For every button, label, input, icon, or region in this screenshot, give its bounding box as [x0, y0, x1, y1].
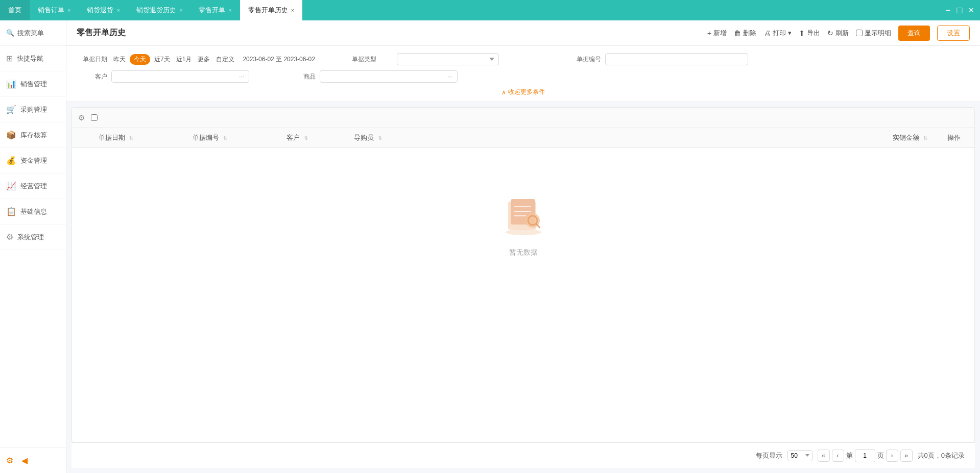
- th-checkbox: [72, 128, 92, 148]
- sidebar-bottom: ⚙ ◀: [0, 447, 66, 473]
- th-actions-label: 操作: [947, 134, 961, 141]
- page-label-pre: 第: [846, 451, 853, 460]
- tab-sales-order-label: 销售订单: [38, 6, 64, 15]
- page-input[interactable]: [855, 449, 875, 462]
- finance-icon: 💰: [6, 156, 16, 165]
- delete-icon: 🗑: [734, 29, 741, 37]
- tab-sales-return-close[interactable]: ×: [116, 7, 119, 13]
- quick-nav-icon: ⊞: [6, 54, 13, 63]
- query-button[interactable]: 查询: [898, 26, 930, 41]
- delete-label: 删除: [743, 29, 756, 38]
- refresh-icon: ↻: [827, 29, 833, 37]
- tab-home[interactable]: 首页: [0, 0, 30, 20]
- table-select-all-checkbox[interactable]: [91, 114, 98, 121]
- content-area: 零售开单历史 + 新增 🗑 删除 🖨 打印 ▾ ⬆ 导出: [66, 20, 980, 473]
- table-gear-icon[interactable]: ⚙: [78, 113, 85, 122]
- sidebar-item-system[interactable]: ⚙ 系统管理: [0, 225, 66, 250]
- th-amount-sort[interactable]: ⇅: [923, 135, 927, 141]
- th-salesperson-sort[interactable]: ⇅: [378, 135, 382, 141]
- date-btn-yesterday[interactable]: 昨天: [111, 54, 128, 65]
- tab-retail-history[interactable]: 零售开单历史 ×: [240, 0, 302, 20]
- export-icon: ⬆: [799, 29, 805, 37]
- pagination-bar: 每页显示 10 20 50 100 « ‹ 第 页 › » 共0页，0条记录: [71, 442, 975, 468]
- goods-label: 商品: [285, 72, 316, 81]
- export-button[interactable]: ⬆ 导出: [799, 29, 820, 38]
- sidebar-item-basic-info[interactable]: 📋 基础信息: [0, 199, 66, 225]
- add-button[interactable]: + 新增: [707, 29, 727, 38]
- sidebar-item-purchase-mgmt[interactable]: 🛒 采购管理: [0, 97, 66, 122]
- window-close-btn[interactable]: ×: [968, 5, 974, 16]
- display-detail-checkbox[interactable]: 显示明细: [856, 29, 891, 38]
- th-no[interactable]: 单据编号 ⇅: [186, 128, 280, 148]
- sidebar-item-basic-info-label: 基础信息: [20, 207, 47, 216]
- sidebar-nav: ⊞ 快捷导航 📊 销售管理 🛒 采购管理 📦 库存核算 💰 资金管理 📈: [0, 46, 66, 447]
- sidebar-item-quick-nav[interactable]: ⊞ 快捷导航: [0, 46, 66, 71]
- print-icon: 🖨: [763, 29, 771, 37]
- next-page-btn[interactable]: ›: [886, 450, 898, 462]
- th-amount[interactable]: 实销金额 ⇅: [840, 128, 934, 148]
- tab-retail-history-close[interactable]: ×: [291, 7, 294, 13]
- sidebar-settings-icon[interactable]: ⚙: [6, 456, 13, 465]
- sidebar-item-sales-mgmt[interactable]: 📊 销售管理: [0, 71, 66, 97]
- th-no-sort[interactable]: ⇅: [223, 135, 227, 141]
- empty-text: 暂无数据: [509, 248, 538, 257]
- add-label: 新增: [713, 29, 727, 38]
- date-btn-custom[interactable]: 自定义: [214, 54, 236, 65]
- th-amount-label: 实销金额: [893, 134, 919, 141]
- window-minimize-btn[interactable]: −: [945, 5, 951, 16]
- th-date-sort[interactable]: ⇅: [129, 135, 133, 141]
- tab-sales-return-label: 销货退货: [87, 6, 113, 15]
- first-page-btn[interactable]: «: [818, 450, 830, 462]
- sidebar-item-inventory-label: 库存核算: [20, 131, 47, 140]
- table-wrapper: ⚙ 单据日期 ⇅ 单据编号 ⇅: [71, 107, 975, 442]
- date-btn-more[interactable]: 更多: [196, 54, 212, 65]
- print-label: 打印: [773, 29, 786, 38]
- sidebar-collapse-icon[interactable]: ◀: [21, 456, 28, 465]
- export-label: 导出: [807, 29, 820, 38]
- empty-illustration: [498, 189, 549, 240]
- goods-dotdot[interactable]: ···: [447, 73, 452, 80]
- date-btn-today[interactable]: 今天: [130, 54, 150, 65]
- window-maximize-btn[interactable]: □: [957, 5, 963, 16]
- goods-input[interactable]: [320, 70, 458, 83]
- th-salesperson-label: 导购员: [354, 134, 374, 141]
- page-title: 零售开单历史: [77, 28, 707, 38]
- print-button[interactable]: 🖨 打印 ▾: [763, 29, 792, 38]
- delete-button[interactable]: 🗑 删除: [734, 29, 756, 38]
- per-page-select[interactable]: 10 20 50 100: [787, 450, 812, 461]
- bill-type-select[interactable]: [397, 53, 499, 65]
- refresh-button[interactable]: ↻ 刷新: [827, 29, 849, 38]
- tab-sales-order[interactable]: 销售订单 ×: [30, 0, 79, 20]
- sidebar-item-inventory[interactable]: 📦 库存核算: [0, 122, 66, 148]
- sidebar-item-finance[interactable]: 💰 资金管理: [0, 148, 66, 173]
- last-page-btn[interactable]: »: [900, 450, 913, 462]
- sidebar-search[interactable]: 🔍 搜索菜单: [0, 20, 66, 46]
- collapse-btn[interactable]: ∧ 收起更多条件: [77, 88, 970, 96]
- tab-retail-history-label: 零售开单历史: [248, 6, 288, 15]
- date-btn-last7[interactable]: 近7天: [152, 54, 172, 65]
- date-btn-last1m[interactable]: 近1月: [174, 54, 194, 65]
- display-detail-input[interactable]: [856, 30, 863, 36]
- th-customer[interactable]: 客户 ⇅: [280, 128, 348, 148]
- sidebar-item-quick-nav-label: 快捷导航: [17, 54, 43, 63]
- customer-dotdot[interactable]: ···: [239, 73, 244, 80]
- refresh-label: 刷新: [835, 29, 849, 38]
- settings-button[interactable]: 设置: [937, 26, 970, 41]
- tab-sales-order-close[interactable]: ×: [67, 7, 70, 13]
- tab-retail-open[interactable]: 零售开单 ×: [190, 0, 240, 20]
- th-customer-sort[interactable]: ⇅: [304, 135, 308, 141]
- th-salesperson[interactable]: 导购员 ⇅: [348, 128, 428, 148]
- customer-input[interactable]: [111, 70, 249, 83]
- tab-retail-open-close[interactable]: ×: [228, 7, 231, 13]
- filter-row-1: 单据日期 昨天 今天 近7天 近1月 更多 自定义 2023-06-02 至 2…: [77, 53, 970, 65]
- bill-no-input[interactable]: [605, 53, 748, 65]
- prev-page-btn[interactable]: ‹: [832, 450, 844, 462]
- page-label: 页: [877, 451, 884, 460]
- sidebar-item-operations[interactable]: 📈 经营管理: [0, 173, 66, 199]
- tab-sales-return-history-close[interactable]: ×: [179, 7, 182, 13]
- sidebar-item-sales-mgmt-label: 销售管理: [20, 80, 47, 89]
- table-body: 暂无数据: [72, 148, 974, 298]
- th-date[interactable]: 单据日期 ⇅: [92, 128, 186, 148]
- tab-sales-return[interactable]: 销货退货 ×: [79, 0, 128, 20]
- tab-sales-return-history[interactable]: 销货退货历史 ×: [128, 0, 190, 20]
